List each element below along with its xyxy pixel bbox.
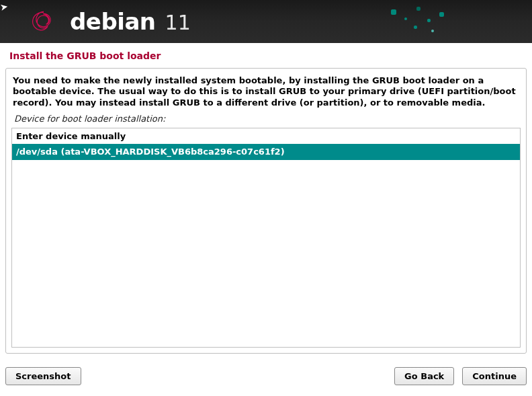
- banner: debian 11 ➤: [0, 0, 532, 43]
- go-back-button[interactable]: Go Back: [394, 367, 454, 385]
- button-bar: Screenshot Go Back Continue: [0, 354, 532, 385]
- page-title: Install the GRUB boot loader: [0, 43, 532, 68]
- option-enter-manually[interactable]: Enter device manually: [12, 128, 520, 145]
- main-panel: You need to make the newly installed sys…: [5, 68, 527, 354]
- device-list[interactable]: Enter device manually /dev/sda (ata-VBOX…: [11, 128, 521, 348]
- prompt-label: Device for boot loader installation:: [6, 114, 526, 128]
- option-dev-sda[interactable]: /dev/sda (ata-VBOX_HARDDISK_VB6b8ca296-c…: [12, 144, 520, 160]
- decorative-dots: [384, 5, 458, 38]
- debian-swirl-icon: [27, 7, 55, 36]
- description-text: You need to make the newly installed sys…: [6, 75, 526, 114]
- brand-name: debian: [70, 8, 156, 35]
- brand: debian 11: [70, 8, 191, 35]
- cursor-icon: ➤: [0, 1, 9, 13]
- continue-button[interactable]: Continue: [462, 367, 527, 385]
- screenshot-button[interactable]: Screenshot: [5, 367, 81, 385]
- brand-version: 11: [165, 11, 191, 34]
